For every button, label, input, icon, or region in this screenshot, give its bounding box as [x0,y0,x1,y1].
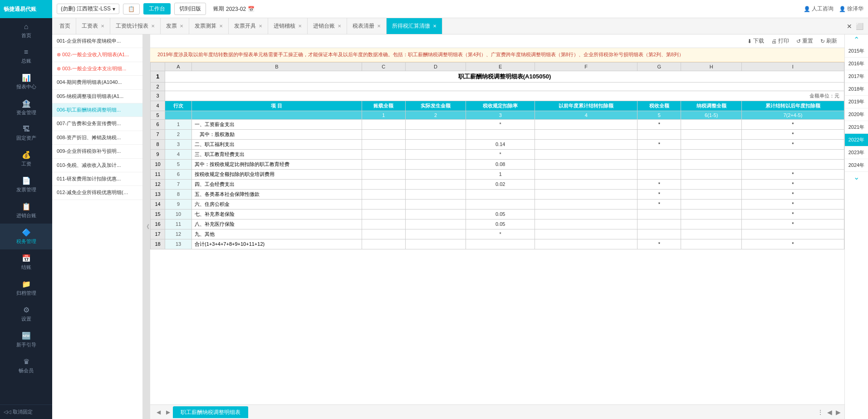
sidebar-item-close[interactable]: 📅结账 [0,249,52,275]
sidebar-item-invoices[interactable]: 📄发票管理 [0,172,52,198]
print-btn[interactable]: 🖨 打印 [771,37,789,45]
unpin-label: 取消固定 [13,409,33,415]
download-btn[interactable]: ⬇ 下载 [747,37,764,45]
col-header-7: 纳税调整全额 [681,101,741,111]
sheet-tab-actions: ⋮ ◀ ▶ [817,409,841,416]
tab-payroll[interactable]: 工资表✕ [76,18,110,34]
tab-purchase-check[interactable]: 进销稽核✕ [268,18,308,34]
tab-close-invoice[interactable]: ✕ [180,24,183,29]
left-panel-item-008[interactable]: 008-资产折旧、摊销及纳税... [52,131,142,145]
tab-invoice-open[interactable]: 发票开具✕ [229,18,268,34]
table-wrapper[interactable]: A B C D E F G H I 1 职工薪酬纳税调整明细表(A105050)… [150,62,844,404]
cutover-btn[interactable]: 切到旧版 [174,3,206,15]
close-icon: 📅 [22,254,31,263]
user-menu[interactable]: 👤 徐泽华 [839,5,863,13]
left-panel-item-002[interactable]: 002-一般企业收入明细表(A1... [52,48,142,62]
year-item-2017[interactable]: 2017年 [845,70,868,83]
year-item-2019[interactable]: 2019年 [845,96,868,108]
year-item-2022[interactable]: 2022年 [845,134,868,146]
left-panel-item-004[interactable]: 004-期间费用明细表(A1040... [52,76,142,89]
year-item-2024[interactable]: 2024年 [845,159,868,172]
left-panel-item-005[interactable]: 005-纳税调整项目明细表(A1... [52,90,142,103]
tab-close-purchase-ledger[interactable]: ✕ [338,24,341,29]
sidebar-label-invoices: 发票管理 [16,186,36,193]
reset-btn[interactable]: ↺ 重置 [796,37,813,45]
left-panel-item-007[interactable]: 007-广告费和业务宣传费明... [52,117,142,131]
sidebar-item-home[interactable]: ⌂首页 [0,18,52,44]
consult-label: 人工咨询 [812,5,834,13]
year-item-2018[interactable]: 2018年 [845,83,868,96]
left-item-label-006: 006-职工薪酬纳税调整明细... [57,107,121,112]
year-item-2020[interactable]: 2020年 [845,108,868,121]
sidebar-item-fixed[interactable]: 🏗固定资产 [0,121,52,146]
sidebar-label-home: 首页 [21,32,31,39]
tab-close-invoice-open[interactable]: ✕ [259,24,262,29]
tab-payroll-report[interactable]: 工资统计报表✕ [110,18,161,34]
sheet-scroll-prev[interactable]: ◀ [827,409,832,416]
year-down-btn[interactable]: ⌄ [845,172,868,182]
collapse-arrow[interactable]: 《 [143,34,150,419]
sidebar-item-member[interactable]: ♛畅会员 [0,353,52,379]
year-item-2015[interactable]: 2015年 [845,45,868,58]
sidebar-item-settings[interactable]: ⚙设置 [0,301,52,327]
tab-label-purchase-check: 进销稽核 [274,22,295,30]
workbench-btn[interactable]: 工作台 [143,3,171,15]
tab-close-payroll-report[interactable]: ✕ [151,24,155,29]
sidebar-item-payroll[interactable]: 💰工资 [0,146,52,172]
tab-close-income-tax[interactable]: ✕ [433,24,436,29]
tab-invoice[interactable]: 发票✕ [161,18,189,34]
tab-home[interactable]: 首页 [54,18,76,34]
tab-purchase-ledger[interactable]: 进销台账✕ [308,18,347,34]
period-display: 账期 2023-02 📅 [213,5,255,13]
col-header-5: 以前年度累计结转扣除额 [535,101,638,111]
sidebar-item-tax[interactable]: 🔷税务管理 [0,224,52,249]
tab-label-home: 首页 [59,22,70,30]
tab-invoice-calc[interactable]: 发票测算✕ [189,18,229,34]
tab-close-invoice-calc[interactable]: ✕ [219,24,223,29]
tab-label-income-tax: 所得税汇算清缴 [392,22,430,30]
sheet-scroll-right[interactable]: ▶ [163,409,173,415]
table-row: 7 2 其中：股权激励 * [151,129,844,139]
left-panel-item-006[interactable]: 006-职工薪酬纳税调整明细... [52,103,142,117]
year-item-2021[interactable]: 2021年 [845,121,868,134]
left-panel-item-003[interactable]: 003-一般企业业本支出明细... [52,62,142,76]
sidebar-item-sales[interactable]: 📋进销台账 [0,198,52,224]
consult-btn[interactable]: 👤 人工咨询 [804,5,834,13]
year-up-btn[interactable]: ⌃ [845,34,868,45]
sheet-menu-icon[interactable]: ⋮ [817,409,824,416]
calendar-btn[interactable]: 📋 [123,4,140,15]
tab-label-payroll-report: 工资统计报表 [116,22,148,30]
tab-maximize-btn[interactable]: ⬜ [855,22,864,31]
tab-close-tax-clearance[interactable]: ✕ [377,24,381,29]
sidebar-item-assets[interactable]: 🏦资金管理 [0,95,52,121]
tab-label-purchase-ledger: 进销台账 [313,22,335,30]
left-panel-item-009[interactable]: 009-企业所得税弥补亏损明... [52,145,142,158]
sheet-tab-职工薪酬纳税调整明细表[interactable]: 职工薪酬纳税调整明细表 [173,406,248,418]
tab-close-purchase-check[interactable]: ✕ [298,24,302,29]
sheet-scroll-next[interactable]: ▶ [836,409,841,416]
col-subnum-4: 3 [466,111,535,119]
year-item-2023[interactable]: 2023年 [845,146,868,159]
refresh-btn[interactable]: ↻ 刷新 [820,37,837,45]
tab-tax-clearance[interactable]: 税表清册✕ [347,18,387,34]
tab-label-invoice-open: 发票开具 [234,22,256,30]
tab-close-all-btn[interactable]: ✕ [846,22,853,31]
left-panel-item-001[interactable]: 001-企业所得税年度纳税申... [52,34,142,48]
left-panel-item-011[interactable]: 011-研发费用加计扣除优惠... [52,172,142,186]
year-item-2016[interactable]: 2016年 [845,58,868,70]
payroll-icon: 💰 [22,151,31,159]
tab-income-tax[interactable]: 所得税汇算清缴✕ [387,18,442,34]
left-panel-item-010[interactable]: 010-免税、减收收入及加计... [52,159,142,172]
content-area: 001-企业所得税年度纳税申...002-一般企业收入明细表(A1...003-… [52,34,868,419]
sidebar-footer[interactable]: ◁◁ 取消固定 [0,404,52,419]
company-selector[interactable]: (勿删) 江西赣宝-LSS ▾ [57,4,119,14]
left-item-label-012: 012-减免企业所得税优惠明细(… [57,190,128,195]
sidebar-item-reports[interactable]: 📊报表中心 [0,69,52,95]
tab-close-payroll[interactable]: ✕ [101,24,104,29]
sidebar-item-ledger[interactable]: ≡总账 [0,44,52,69]
notice-bar: 2019年度涉及取以前年度结转数据的申报表单元格需要手工操正确，才能保证本年及以… [150,48,844,62]
left-panel-item-012[interactable]: 012-减免企业所得税优惠明细(… [52,186,142,200]
sidebar-item-guide[interactable]: 🆕新手引导 [0,327,52,353]
sheet-scroll-left[interactable]: ◀ [154,409,163,415]
sidebar-item-archive[interactable]: 📁归档管理 [0,275,52,301]
